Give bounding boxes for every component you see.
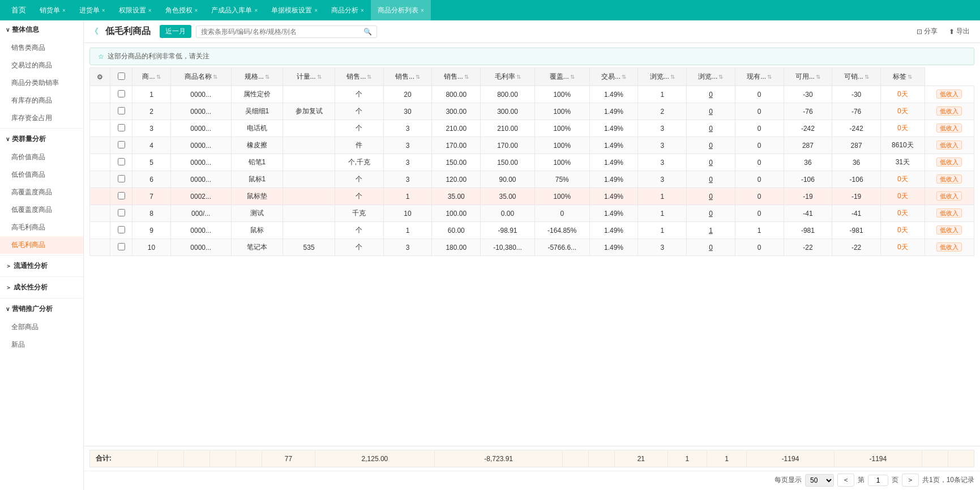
next-page-button[interactable]: ＞ [902,474,919,487]
nav-permission-settings[interactable]: 权限设置 × [112,0,159,20]
row-checkbox[interactable] [110,188,132,205]
close-product-inbound-icon[interactable]: × [254,7,258,14]
close-product-analysis-list-icon[interactable]: × [421,7,424,14]
row-select-checkbox[interactable] [118,243,125,250]
row-checkbox[interactable] [110,222,132,239]
row-view1[interactable]: 0 [687,103,735,120]
row-checkbox[interactable] [110,120,132,137]
th-trade[interactable]: 交易...⇅ [589,68,638,86]
sidebar-item-high-value[interactable]: 高价值商品 [0,148,83,166]
th-available[interactable]: 可用...⇅ [784,68,832,86]
sidebar-item-new-goods[interactable]: 新品 [0,336,83,353]
nav-home[interactable]: 首页 [5,0,33,20]
th-tag[interactable]: 标签⇅ [880,68,925,86]
sidebar-item-in-stock[interactable]: 有库存的商品 [0,92,83,109]
row-select-checkbox[interactable] [118,141,125,148]
nav-sales-order[interactable]: 销货单 × [33,0,72,20]
row-view1[interactable]: 1 [687,222,735,239]
th-sales-qty[interactable]: 销售...⇅ [335,68,383,86]
th-view2[interactable]: 浏览...⇅ [687,68,735,86]
nav-purchase-order[interactable]: 进货单 × [72,0,112,20]
close-product-analysis-icon[interactable]: × [361,7,364,14]
sidebar-item-high-margin[interactable]: 高毛利商品 [0,219,83,236]
sidebar-item-traded-goods[interactable]: 交易过的商品 [0,57,83,74]
row-view1[interactable]: 0 [687,154,735,171]
th-sales-amount[interactable]: 销售...⇅ [432,68,481,86]
th-code[interactable]: 商...⇅ [132,68,171,86]
row-sales-price: 150.00 [432,154,481,171]
th-coverage[interactable]: 覆盖...⇅ [534,68,589,86]
per-page-select[interactable]: 50 100 200 [805,474,834,487]
sidebar-item-low-value[interactable]: 低价值商品 [0,166,83,184]
search-icon[interactable]: 🔍 [363,28,372,36]
sidebar-item-sales-goods[interactable]: 销售类商品 [0,39,83,57]
sidebar-item-capital[interactable]: 库存资金占用 [0,109,83,127]
th-saleable[interactable]: 可销...⇅ [832,68,881,86]
close-permission-icon[interactable]: × [148,7,152,14]
date-filter-button[interactable]: 近一月 [160,25,191,38]
nav-product-inbound[interactable]: 产成品入库单 × [204,0,264,20]
collapse-sidebar-button[interactable]: 《 [91,27,99,37]
row-select-checkbox[interactable] [118,192,125,199]
row-view1[interactable]: 0 [687,171,735,188]
row-view1[interactable]: 0 [687,205,735,222]
table-container: ⚙ 商...⇅ 商品名称⇅ 规格...⇅ 计量...⇅ 销售...⇅ 销售...… [84,67,980,446]
row-view1[interactable]: 0 [687,188,735,205]
sidebar-item-high-coverage[interactable]: 高覆盖度商品 [0,184,83,201]
sidebar-group-growth-title[interactable]: ＞ 成长性分析 [0,278,83,297]
nav-product-analysis[interactable]: 商品分析 × [324,0,371,20]
prev-page-button[interactable]: ＜ [837,474,854,487]
row-select-checkbox[interactable] [118,90,125,97]
th-checkbox[interactable] [110,68,132,86]
sidebar-group-cluster-title[interactable]: ∨ 类群量分析 [0,130,83,148]
sidebar-item-category-rate[interactable]: 商品分类助销率 [0,74,83,92]
row-select-checkbox[interactable] [118,175,125,182]
row-checkbox[interactable] [110,171,132,188]
row-checkbox[interactable] [110,205,132,222]
th-current[interactable]: 现有...⇅ [735,68,784,86]
row-select-checkbox[interactable] [118,209,125,216]
row-checkbox[interactable] [110,103,132,120]
row-saleable: 0天 [880,86,925,103]
row-code: 0000... [170,120,231,137]
sidebar: ∨ 整体信息 销售类商品 交易过的商品 商品分类助销率 有库存的商品 库存资金占… [0,20,84,490]
export-button[interactable]: ⬆ 导出 [945,25,973,38]
row-checkbox[interactable] [110,86,132,103]
th-sales-price[interactable]: 销售...⇅ [383,68,432,86]
row-view1[interactable]: 0 [687,86,735,103]
row-view1[interactable]: 0 [687,120,735,137]
close-role-auth-icon[interactable]: × [195,7,198,14]
nav-role-auth[interactable]: 角色授权 × [159,0,205,20]
row-checkbox[interactable] [110,239,132,256]
nav-template-settings[interactable]: 单据模板设置 × [264,0,324,20]
th-settings[interactable]: ⚙ [90,68,110,86]
sidebar-item-all-goods[interactable]: 全部商品 [0,318,83,336]
close-template-icon[interactable]: × [314,7,318,14]
select-all-checkbox[interactable] [118,73,125,80]
sidebar-item-low-margin[interactable]: 低毛利商品 [0,236,83,254]
th-unit[interactable]: 计量...⇅ [283,68,335,86]
row-checkbox[interactable] [110,154,132,171]
close-sales-order-icon[interactable]: × [62,7,66,14]
page-number-input[interactable] [868,475,888,486]
th-view1[interactable]: 浏览...⇅ [638,68,687,86]
share-button[interactable]: ⊡ 分享 [913,25,941,38]
th-name[interactable]: 商品名称⇅ [170,68,231,86]
th-spec[interactable]: 规格...⇅ [231,68,283,86]
row-view1[interactable]: 0 [687,239,735,256]
search-input[interactable] [201,28,363,36]
row-view1[interactable]: 0 [687,137,735,154]
sidebar-item-low-coverage[interactable]: 低覆盖度商品 [0,201,83,219]
sidebar-group-circulation-title[interactable]: ＞ 流通性分析 [0,257,83,275]
close-purchase-order-icon[interactable]: × [102,7,105,14]
nav-product-analysis-list[interactable]: 商品分析列表 × [371,0,431,20]
row-select-checkbox[interactable] [118,226,125,233]
th-gross-margin[interactable]: 毛利率⇅ [481,68,535,86]
row-checkbox[interactable] [110,137,132,154]
row-select-checkbox[interactable] [118,124,125,131]
sidebar-group-overall-title[interactable]: ∨ 整体信息 [0,20,83,39]
row-available: -981 [832,222,881,239]
sidebar-group-marketing-title[interactable]: ∨ 营销推广分析 [0,300,83,318]
row-select-checkbox[interactable] [118,158,125,165]
row-select-checkbox[interactable] [118,107,125,114]
